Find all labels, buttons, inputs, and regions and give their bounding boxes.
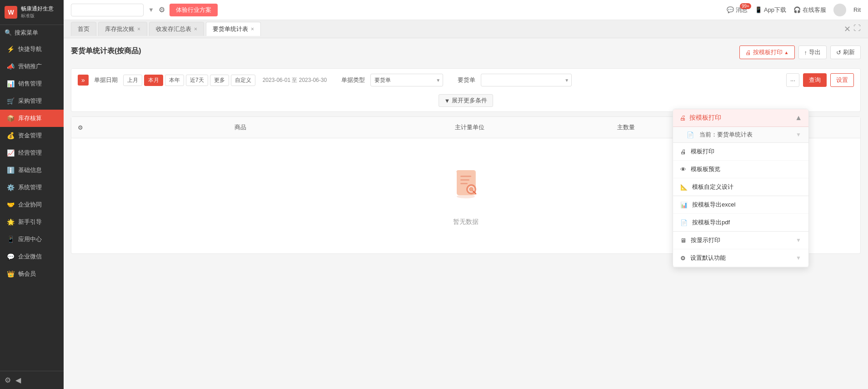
tab-home[interactable]: 首页 bbox=[71, 22, 96, 36]
sidebar-item-label: 新手引导 bbox=[18, 218, 42, 226]
message-badge: 99+ bbox=[740, 3, 751, 9]
filter-toggle-button[interactable]: » bbox=[78, 75, 89, 86]
tab-window-close-icon[interactable]: ✕ bbox=[844, 24, 851, 34]
tab-order-stats[interactable]: 要货单统计表 × bbox=[206, 22, 261, 36]
sidebar-nav: ⚡ 快捷导航 📣 营销推广 📊 销售管理 🛒 采购管理 📦 库存核算 💰 资金管… bbox=[0, 40, 64, 371]
online-service-button[interactable]: 🎧 在线客服 bbox=[793, 6, 826, 14]
yaohuotype-select-wrap bbox=[481, 74, 572, 86]
sidebar-item-marketing[interactable]: 📣 营销推广 bbox=[0, 58, 64, 75]
member-icon: 👑 bbox=[6, 270, 15, 278]
preview-item-icon: 👁 bbox=[680, 166, 686, 173]
date-btn-custom[interactable]: 自定义 bbox=[231, 75, 255, 86]
sidebar-item-newguide[interactable]: 🌟 新手引导 bbox=[0, 213, 64, 231]
empty-text: 暂无数据 bbox=[453, 218, 479, 226]
sidebar-item-management[interactable]: 📈 经营管理 bbox=[0, 144, 64, 162]
more-options-button[interactable]: ··· bbox=[786, 73, 799, 87]
sidebar-item-collab[interactable]: 🤝 企业协同 bbox=[0, 196, 64, 213]
sidebar-item-sales[interactable]: 📊 销售管理 bbox=[0, 75, 64, 92]
sidebar-item-appcenter[interactable]: 📱 应用中心 bbox=[0, 231, 64, 248]
dropdown-item-display-print[interactable]: 🖥 按显示打印 ▼ bbox=[673, 232, 808, 249]
expand-label: 展开更多条件 bbox=[452, 96, 487, 105]
finance-icon: 💰 bbox=[6, 131, 15, 140]
display-print-left: 🖥 按显示打印 bbox=[680, 236, 720, 244]
sidebar-bottom: ⚙ ◀ bbox=[0, 371, 64, 389]
topbar-gear-icon[interactable]: ⚙ bbox=[159, 5, 165, 14]
trial-button[interactable]: 体验行业方案 bbox=[170, 4, 218, 16]
export-icon: ↑ bbox=[804, 49, 808, 56]
type-select[interactable]: 要货单 bbox=[370, 74, 443, 86]
search-menu-item[interactable]: 🔍 搜索菜单 bbox=[0, 25, 64, 40]
sidebar-item-label: 基础信息 bbox=[18, 166, 42, 174]
sidebar-item-inventory[interactable]: 📦 库存核算 bbox=[0, 110, 64, 127]
topbar-search-input[interactable] bbox=[71, 4, 144, 16]
quicknav-icon: ⚡ bbox=[6, 45, 15, 53]
message-button[interactable]: 💬 消息 99+ bbox=[727, 6, 748, 14]
export-button[interactable]: ↑ 导出 bbox=[798, 45, 827, 59]
date-btn-more[interactable]: 更多 bbox=[210, 75, 229, 86]
print-item-icon: 🖨 bbox=[680, 148, 686, 155]
refresh-button[interactable]: ↺ 刷新 bbox=[830, 45, 861, 59]
filter-bar: » 单据日期 上月 本月 本年 近7天 更多 自定义 2023-06-01 至 … bbox=[71, 68, 861, 112]
date-label: 单据日期 bbox=[94, 76, 118, 84]
current-arrow-icon: ▼ bbox=[796, 131, 801, 138]
date-range-label: 2023-06-01 至 2023-06-30 bbox=[263, 76, 327, 84]
query-button[interactable]: 查询 bbox=[803, 73, 827, 87]
svg-rect-3 bbox=[460, 183, 468, 184]
sidebar-item-basic[interactable]: ℹ️ 基础信息 bbox=[0, 162, 64, 179]
sidebar-item-member[interactable]: 👑 畅会员 bbox=[0, 265, 64, 283]
inventory-icon: 📦 bbox=[6, 114, 15, 122]
filter-toggle-icon: » bbox=[81, 76, 85, 84]
excel-item-icon: 📊 bbox=[680, 202, 688, 208]
tab-close-icon[interactable]: × bbox=[251, 26, 254, 32]
dropdown-item-preview[interactable]: 👁 模板板预览 bbox=[673, 161, 808, 178]
search-icon: 🔍 bbox=[5, 29, 12, 36]
tab-label: 收发存汇总表 bbox=[156, 25, 191, 33]
sidebar-item-label: 应用中心 bbox=[18, 235, 42, 243]
tab-close-icon[interactable]: × bbox=[194, 26, 197, 32]
app-badge: 标准版 bbox=[21, 13, 54, 19]
print-template-button[interactable]: 🖨 按模板打印 ▲ bbox=[739, 45, 795, 59]
sidebar-item-finance[interactable]: 💰 资金管理 bbox=[0, 127, 64, 144]
basic-icon: ℹ️ bbox=[6, 166, 15, 174]
dropdown-close-button[interactable]: ▲ bbox=[795, 114, 802, 122]
sidebar-item-system[interactable]: ⚙️ 系统管理 bbox=[0, 179, 64, 196]
main-area: ▼ ⚙ 体验行业方案 💬 消息 99+ 📱 App下载 🎧 在线客服 Rit bbox=[64, 0, 868, 389]
tab-close-icon[interactable]: × bbox=[137, 26, 140, 32]
type-label: 单据类型 bbox=[341, 76, 365, 84]
date-btn-thismonth[interactable]: 本月 bbox=[144, 75, 163, 86]
settings-bottom-icon[interactable]: ⚙ bbox=[5, 376, 11, 384]
yaohuotype-label: 要货单 bbox=[458, 76, 475, 84]
user-avatar[interactable] bbox=[833, 4, 846, 16]
app-download-button[interactable]: 📱 App下载 bbox=[755, 6, 786, 14]
sidebar-item-label: 企业微信 bbox=[18, 253, 42, 261]
tab-maximize-icon[interactable]: ⛶ bbox=[853, 24, 861, 34]
app-logo-icon: W bbox=[5, 6, 17, 19]
dropdown-item-design[interactable]: 📐 模板自定义设计 bbox=[673, 178, 808, 196]
dropdown-item-pdf[interactable]: 📄 按模板导出pdf bbox=[673, 214, 808, 232]
sidebar-item-wxwork[interactable]: 💬 企业微信 bbox=[0, 248, 64, 265]
sidebar-item-label: 快捷导航 bbox=[18, 45, 42, 53]
print-icon: 🖨 bbox=[745, 49, 751, 56]
sidebar-item-label: 畅会员 bbox=[18, 270, 36, 278]
dropdown-item-default-func[interactable]: ⚙ 设置默认功能 ▼ bbox=[673, 249, 808, 267]
settings-col-icon[interactable]: ⚙ bbox=[78, 124, 83, 131]
dropdown-item-print[interactable]: 🖨 模板打印 bbox=[673, 143, 808, 161]
tab-bar: 首页 库存批次账 × 收发存汇总表 × 要货单统计表 × ✕ ⛶ bbox=[64, 20, 868, 38]
tab-inventory-batch[interactable]: 库存批次账 × bbox=[98, 22, 147, 36]
date-btn-7days[interactable]: 近7天 bbox=[186, 75, 208, 86]
date-btn-lastmonth[interactable]: 上月 bbox=[123, 75, 142, 86]
sidebar-item-label: 资金管理 bbox=[18, 131, 42, 140]
svg-rect-1 bbox=[460, 176, 471, 177]
tab-stock-summary[interactable]: 收发存汇总表 × bbox=[149, 22, 204, 36]
sidebar-item-label: 系统管理 bbox=[18, 183, 42, 192]
sidebar-item-quicknav[interactable]: ⚡ 快捷导航 bbox=[0, 40, 64, 58]
display-print-arrow: ▼ bbox=[796, 237, 801, 243]
expand-filter-button[interactable]: ▼ 展开更多条件 bbox=[439, 94, 494, 107]
yaohuotype-select[interactable] bbox=[481, 74, 572, 86]
topbar-dropdown-arrow[interactable]: ▼ bbox=[148, 6, 154, 13]
settings-button[interactable]: 设置 bbox=[830, 73, 854, 87]
dropdown-item-excel[interactable]: 📊 按模板导出excel bbox=[673, 196, 808, 214]
date-btn-thisyear[interactable]: 本年 bbox=[165, 75, 184, 86]
sidebar-item-purchase[interactable]: 🛒 采购管理 bbox=[0, 92, 64, 110]
collapse-icon[interactable]: ◀ bbox=[15, 376, 21, 384]
